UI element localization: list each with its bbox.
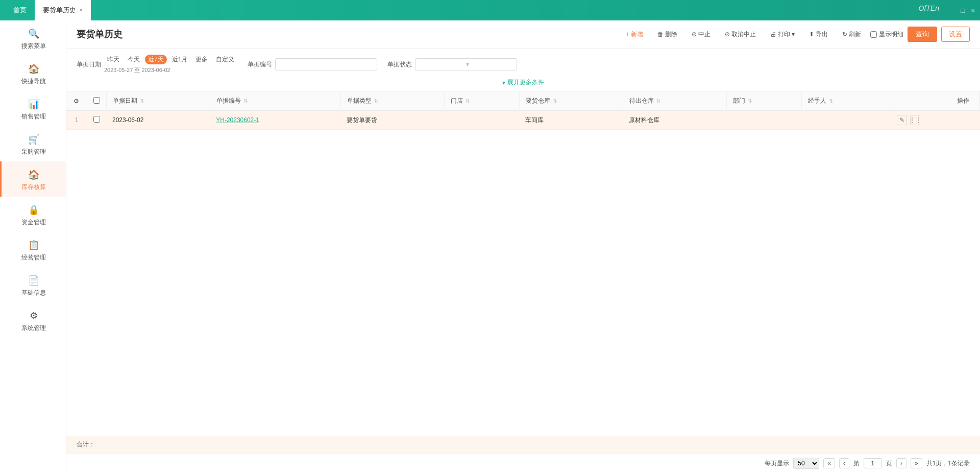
page-first-label: 第 — [853, 459, 860, 468]
display-cell-label[interactable]: 显示明细 — [870, 30, 903, 39]
sys-mgmt-icon: ⚙ — [28, 310, 40, 322]
total-info: 共1页，1条记录 — [926, 459, 970, 468]
col-doc-no[interactable]: 单据编号 ⇅ — [210, 91, 340, 111]
sidebar: 🔍 搜索菜单 🏠 快捷导航 📊 销售管理 🛒 采购管理 🏠 库存核算 🔒 资金管… — [0, 20, 66, 473]
print-button[interactable]: 🖨 打印 ▾ — [765, 28, 800, 41]
doc-no-input[interactable] — [275, 58, 377, 70]
col-handler[interactable]: 经手人 ⇅ — [801, 91, 891, 111]
doc-no-filter-item: 单据编号 — [248, 58, 377, 70]
sort-pending-warehouse-icon: ⇅ — [656, 98, 660, 104]
content-area: 要货单历史 + 新增 🗑 删除 ⊘ 中止 ⊘ 取消中止 🖨 打印 — [66, 20, 980, 473]
row-checkbox[interactable] — [93, 116, 100, 123]
sidebar-item-sys-mgmt[interactable]: ⚙ 系统管理 — [0, 302, 66, 338]
ops-mgmt-icon: 📋 — [28, 239, 40, 251]
sort-doc-date-icon: ⇅ — [140, 98, 144, 104]
prev-page-btn[interactable]: ‹ — [839, 458, 849, 468]
expand-more-icon: ▾ — [502, 79, 505, 86]
row-req-warehouse: 车间库 — [519, 111, 623, 130]
sales-mgmt-icon: 📊 — [28, 98, 40, 110]
sidebar-item-capital-mgmt[interactable]: 🔒 资金管理 — [0, 197, 66, 232]
date-filter-label: 单据日期 — [77, 60, 101, 69]
sidebar-item-quick-nav[interactable]: 🏠 快捷导航 — [0, 56, 66, 91]
window-maximize-btn[interactable]: □ — [961, 7, 965, 14]
page-header: 要货单历史 + 新增 🗑 删除 ⊘ 中止 ⊘ 取消中止 🖨 打印 — [66, 20, 980, 49]
yesterday-btn[interactable]: 昨天 — [104, 55, 122, 64]
sort-store-icon: ⇅ — [465, 98, 470, 104]
filter-bar: 单据日期 昨天 今天 近7天 近1月 更多 自定义 2023-05-27 至 2… — [66, 49, 980, 91]
edit-op-icon[interactable]: ✎ — [897, 115, 907, 125]
basic-info-icon: 📄 — [28, 274, 40, 287]
last7days-btn[interactable]: 近7天 — [145, 55, 167, 64]
today-btn[interactable]: 今天 — [125, 55, 143, 64]
col-check — [87, 91, 106, 111]
sidebar-item-inventory[interactable]: 🏠 库存核算 — [0, 161, 66, 197]
row-doc-type: 要货单要货 — [340, 111, 444, 130]
stop-button[interactable]: ⊘ 中止 — [687, 28, 716, 41]
row-dept — [727, 111, 802, 130]
col-store[interactable]: 门店 ⇅ — [444, 91, 519, 111]
col-operations: 操作 — [891, 91, 979, 111]
col-settings[interactable]: ⚙ — [66, 91, 87, 111]
filter-row: 单据日期 昨天 今天 近7天 近1月 更多 自定义 2023-05-27 至 2… — [77, 55, 970, 74]
cancel-stop-button[interactable]: ⊘ 取消中止 — [720, 28, 761, 41]
page-size-select[interactable]: 50 20 100 — [793, 458, 819, 469]
expand-more-btn[interactable]: ▾ 展开更多条件 — [77, 78, 970, 87]
sidebar-item-purchase-mgmt[interactable]: 🛒 采购管理 — [0, 126, 66, 161]
tab-home[interactable]: 首页 — [5, 0, 35, 20]
row-doc-no: YH-20230602-1 — [210, 111, 340, 130]
window-minimize-btn[interactable]: — — [948, 7, 955, 14]
doc-no-link[interactable]: YH-20230602-1 — [216, 116, 259, 124]
delete-button[interactable]: 🗑 删除 — [652, 28, 682, 41]
delete-icon: 🗑 — [657, 31, 664, 38]
col-pending-warehouse[interactable]: 待出仓库 ⇅ — [623, 91, 726, 111]
page-suffix-label: 页 — [886, 459, 892, 468]
table-footer: 合计： — [66, 436, 980, 453]
sidebar-item-search-menu[interactable]: 🔍 搜索菜单 — [0, 20, 66, 56]
row-operations: ✎ ⋮⋮ — [891, 111, 979, 130]
row-pending-warehouse: 原材料仓库 — [623, 111, 726, 130]
page-number-input[interactable] — [864, 458, 882, 468]
header-actions: + 新增 🗑 删除 ⊘ 中止 ⊘ 取消中止 🖨 打印 ▾ — [621, 27, 970, 42]
sort-doc-no-icon: ⇅ — [243, 98, 248, 104]
custom-btn[interactable]: 自定义 — [213, 55, 237, 64]
sort-dept-icon: ⇅ — [748, 98, 752, 104]
refresh-icon: ↻ — [842, 31, 847, 38]
top-bar-right: — □ × — [948, 7, 975, 14]
col-doc-type[interactable]: 单据类型 ⇅ — [340, 91, 444, 111]
last-page-btn[interactable]: » — [911, 458, 922, 468]
sort-doc-type-icon: ⇅ — [374, 98, 378, 104]
sidebar-item-basic-info[interactable]: 📄 基础信息 — [0, 267, 66, 302]
tab-requisition-history[interactable]: 要货单历史 × — [35, 0, 91, 20]
close-tab-icon[interactable]: × — [79, 7, 83, 14]
col-doc-date[interactable]: 单据日期 ⇅ — [106, 91, 210, 111]
export-button[interactable]: ⬆ 导出 — [804, 28, 833, 41]
inventory-icon: 🏠 — [28, 169, 40, 181]
row-num: 1 — [66, 111, 87, 130]
print-icon: 🖨 — [770, 31, 776, 38]
first-page-btn[interactable]: « — [823, 458, 835, 468]
date-range-display: 2023-05-27 至 2023-06-02 — [104, 66, 237, 74]
col-dept[interactable]: 部门 ⇅ — [727, 91, 802, 111]
export-icon: ⬆ — [809, 31, 814, 38]
summary-label: 合计： — [77, 441, 95, 448]
brand-text: OfTEn — [919, 4, 939, 12]
refresh-button[interactable]: ↻ 刷新 — [837, 28, 866, 41]
select-all-checkbox[interactable] — [93, 97, 100, 104]
display-cell-checkbox[interactable] — [870, 31, 877, 38]
last1month-btn[interactable]: 近1月 — [169, 55, 191, 64]
page-title: 要货单历史 — [77, 28, 621, 40]
next-page-btn[interactable]: › — [896, 458, 906, 468]
query-button[interactable]: 查询 — [908, 27, 937, 42]
more-btn[interactable]: 更多 — [192, 55, 211, 64]
status-filter-item: 单据状态 ▾ — [387, 58, 517, 70]
new-button[interactable]: + 新增 — [621, 28, 648, 41]
status-select[interactable]: ▾ — [415, 58, 517, 70]
sidebar-item-ops-mgmt[interactable]: 📋 经营管理 — [0, 232, 66, 267]
print-dropdown-icon: ▾ — [792, 31, 795, 38]
more-op-icon[interactable]: ⋮⋮ — [910, 115, 920, 125]
window-close-btn[interactable]: × — [971, 7, 975, 14]
col-req-warehouse[interactable]: 要货仓库 ⇅ — [519, 91, 623, 111]
settings-button[interactable]: 设置 — [941, 27, 970, 42]
capital-mgmt-icon: 🔒 — [28, 204, 40, 216]
sidebar-item-sales-mgmt[interactable]: 📊 销售管理 — [0, 91, 66, 126]
